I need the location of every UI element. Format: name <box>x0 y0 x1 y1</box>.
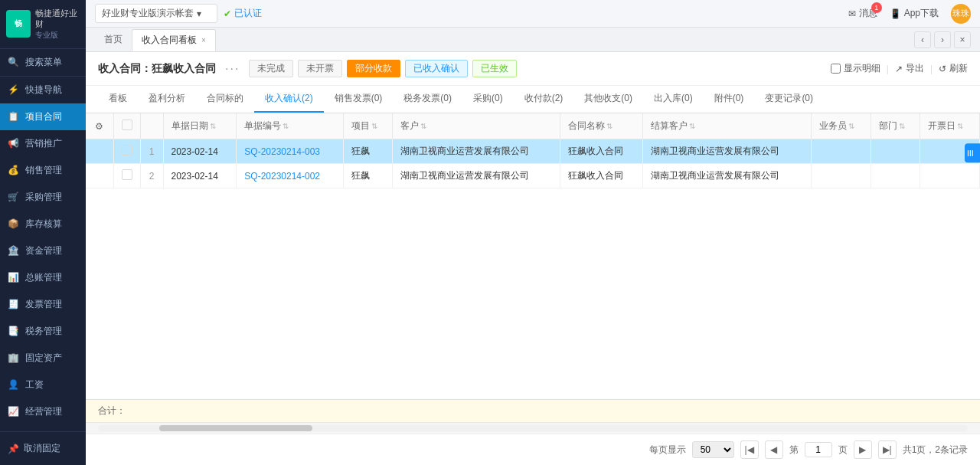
last-page-button[interactable]: ▶| <box>878 440 897 459</box>
td-check-2[interactable] <box>113 164 140 188</box>
search-menu[interactable]: 🔍 搜索菜单 <box>0 49 86 77</box>
sidebar-item-sales[interactable]: 💰 销售管理 <box>0 157 86 184</box>
main-content: 好业财专业版演示帐套 ▾ ✔ 已认证 ✉ 消息 1 📱 App下载 珠珠 首页 … <box>86 0 980 465</box>
next-page-button[interactable]: ▶ <box>854 440 872 459</box>
tab-income-confirm[interactable]: 收入确认(2) <box>254 86 324 113</box>
right-edge-panel[interactable]: ≡ <box>965 143 980 162</box>
table-row[interactable]: 1 2023-02-14 SQ-20230214-003 狂飙 湖南卫视商业运营… <box>86 139 980 164</box>
header-checkbox[interactable] <box>122 120 132 130</box>
tab-home[interactable]: 首页 <box>95 28 132 51</box>
th-customer[interactable]: 客户⇅ <box>392 113 560 139</box>
sidebar-item-label: 营销推广 <box>25 137 62 150</box>
td-contract-name-2: 狂飙收入合同 <box>560 164 643 188</box>
th-department[interactable]: 部门⇅ <box>871 113 920 139</box>
table-row[interactable]: 2 2023-02-14 SQ-20230214-002 狂飙 湖南卫视商业运营… <box>86 164 980 188</box>
sidebar: 畅 畅捷通好业财 专业版 🔍 搜索菜单 ⚡ 快捷导航 📋 项目合同 📢 营销推广… <box>0 0 86 465</box>
th-open-date[interactable]: 开票日⇅ <box>920 113 980 139</box>
status-income-confirmed[interactable]: 已收入确认 <box>405 60 468 77</box>
tab-contract-standard[interactable]: 合同标的 <box>196 86 254 113</box>
tab-kanban[interactable]: 看板 <box>98 86 138 113</box>
sidebar-item-general[interactable]: 📊 总账管理 <box>0 264 86 291</box>
certified-badge: ✔ 已认证 <box>224 7 262 20</box>
th-salesperson[interactable]: 业务员⇅ <box>812 113 871 139</box>
sidebar-item-label: 库存核算 <box>25 218 62 231</box>
tab-other-income[interactable]: 其他收支(0) <box>573 86 643 113</box>
tab-sales-invoice[interactable]: 销售发票(0) <box>324 86 394 113</box>
tabbar: 首页 收入合同看板 × ‹ › × <box>86 28 980 52</box>
show-detail-checkbox[interactable]: 显示明细 <box>831 62 880 75</box>
topbar-right: ✉ 消息 1 📱 App下载 珠珠 <box>848 4 971 24</box>
sidebar-item-marketing[interactable]: 📢 营销推广 <box>0 130 86 157</box>
export-button[interactable]: ↗ 导出 <box>895 62 924 75</box>
sidebar-item-inventory[interactable]: 📦 库存核算 <box>0 211 86 237</box>
tab-next-button[interactable]: › <box>934 31 951 48</box>
company-select[interactable]: 好业财专业版演示帐套 ▾ <box>95 4 217 23</box>
sidebar-item-capital[interactable]: 🏦 资金管理 <box>0 237 86 264</box>
td-bill-no-1[interactable]: SQ-20230214-003 <box>237 139 343 164</box>
tab-attachment[interactable]: 附件(0) <box>704 86 755 113</box>
more-actions-button[interactable]: ··· <box>225 62 240 76</box>
pin-button[interactable]: 📌 取消固定 <box>0 437 86 460</box>
sidebar-item-invoice[interactable]: 🧾 发票管理 <box>0 291 86 318</box>
app-download-action[interactable]: 📱 App下载 <box>890 7 939 20</box>
th-settle-customer[interactable]: 结算客户⇅ <box>643 113 812 139</box>
prev-page-button[interactable]: ◀ <box>765 440 783 459</box>
pin-icon: 📌 <box>8 444 19 454</box>
status-uninvoiced[interactable]: 未开票 <box>298 60 342 77</box>
certified-check-icon: ✔ <box>224 8 231 19</box>
th-check[interactable] <box>113 113 140 139</box>
message-badge: 1 <box>871 2 882 13</box>
tab-prev-button[interactable]: ‹ <box>914 31 931 48</box>
tab-income-kanban[interactable]: 收入合同看板 × <box>132 29 216 51</box>
sidebar-item-purchase[interactable]: 🛒 采购管理 <box>0 184 86 211</box>
tab-payment[interactable]: 收付款(2) <box>514 86 574 113</box>
tab-close-button[interactable]: × <box>201 36 206 44</box>
page-label: 第 <box>789 444 799 457</box>
tab-change-log[interactable]: 变更记录(0) <box>754 86 824 113</box>
invoice-icon: 🧾 <box>8 299 19 309</box>
sidebar-item-project[interactable]: 📋 项目合同 <box>0 103 86 130</box>
certified-text: 已认证 <box>234 7 262 20</box>
status-uncomplete[interactable]: 未完成 <box>249 60 293 77</box>
page-input[interactable] <box>805 442 832 457</box>
inventory-icon: 📦 <box>8 218 19 229</box>
quick-nav[interactable]: ⚡ 快捷导航 <box>0 77 86 103</box>
bill-no-link-1[interactable]: SQ-20230214-003 <box>244 146 320 157</box>
first-page-button[interactable]: |◀ <box>740 440 759 459</box>
tab-purchase[interactable]: 采购(0) <box>462 86 514 113</box>
scrollbar-track[interactable] <box>98 425 968 431</box>
th-settings[interactable]: ⚙ <box>86 113 113 139</box>
refresh-button[interactable]: ↺ 刷新 <box>939 62 968 75</box>
scrollbar-thumb[interactable] <box>159 425 312 431</box>
td-bill-no-2[interactable]: SQ-20230214-002 <box>237 164 343 188</box>
tab-close-all-button[interactable]: × <box>954 31 971 48</box>
th-contract-name[interactable]: 合同名称⇅ <box>560 113 643 139</box>
detail-checkbox-input[interactable] <box>831 64 841 74</box>
sidebar-item-hr[interactable]: 👤 工资 <box>0 372 86 398</box>
horizontal-scrollbar[interactable] <box>86 422 980 434</box>
search-icon: 🔍 <box>8 57 19 67</box>
th-project[interactable]: 项目⇅ <box>343 113 392 139</box>
per-page-select[interactable]: 50100200 <box>692 441 734 458</box>
status-effective[interactable]: 已生效 <box>472 60 517 77</box>
th-date[interactable]: 单据日期⇅ <box>163 113 237 139</box>
user-profile[interactable]: 珠珠 <box>951 4 971 24</box>
sidebar-item-report[interactable]: 📉 小畅报告 <box>0 425 86 431</box>
chevron-down-icon: ▾ <box>197 8 201 19</box>
tab-tax-invoice[interactable]: 税务发票(0) <box>393 86 462 113</box>
topbar: 好业财专业版演示帐套 ▾ ✔ 已认证 ✉ 消息 1 📱 App下载 珠珠 <box>86 0 980 28</box>
sidebar-item-ops[interactable]: 📈 经营管理 <box>0 398 86 425</box>
sidebar-item-assets[interactable]: 🏢 固定资产 <box>0 345 86 372</box>
hr-icon: 👤 <box>8 379 19 390</box>
th-bill-no[interactable]: 单据编号⇅ <box>237 113 343 139</box>
message-action[interactable]: ✉ 消息 1 <box>848 7 877 20</box>
tab-warehouse[interactable]: 出入库(0) <box>643 86 704 113</box>
sidebar-item-tax[interactable]: 📑 税务管理 <box>0 318 86 345</box>
bill-no-link-2[interactable]: SQ-20230214-002 <box>244 171 320 182</box>
status-partial-payment[interactable]: 部分收款 <box>347 60 400 77</box>
td-check-1[interactable] <box>113 139 140 164</box>
title-name: 狂飙收入合同 <box>152 62 216 74</box>
tab-profit[interactable]: 盈利分析 <box>138 86 196 113</box>
avatar: 珠珠 <box>951 4 971 24</box>
general-icon: 📊 <box>8 272 19 283</box>
